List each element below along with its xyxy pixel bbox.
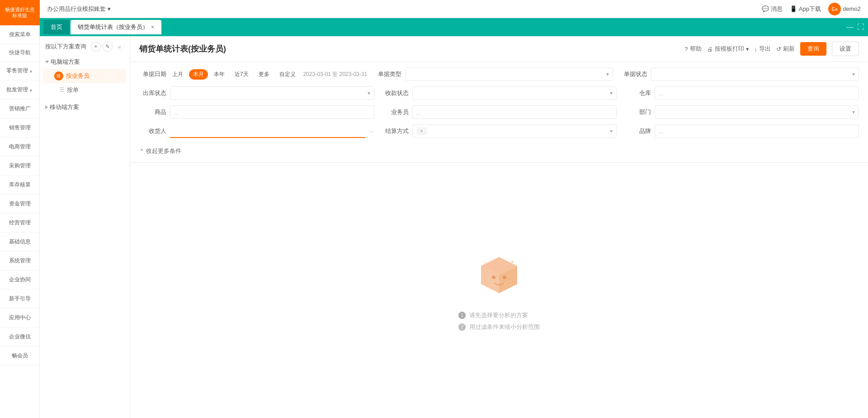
refresh-icon: ↺ xyxy=(776,46,781,52)
doc-type-select[interactable]: ▾ xyxy=(405,67,613,81)
sidebar-item-wholesale[interactable]: 批发管理 ▲ xyxy=(0,81,39,100)
page-header: 销货单统计表(按业务员) ? 帮助 🖨 按模板打印 ▾ ↓ 导出 xyxy=(130,36,868,62)
date-label: 单据日期 xyxy=(139,70,166,78)
scheme-by-salesman-label: 按业务员 xyxy=(66,72,90,80)
collapse-panel-btn[interactable]: « xyxy=(114,42,124,52)
scheme-by-order[interactable]: ⠿ 按单 xyxy=(43,83,126,97)
salesman-select[interactable]: ... xyxy=(412,105,617,119)
sidebar-item-system[interactable]: 系统管理 xyxy=(0,252,39,271)
tab-maximize-btn[interactable]: ⛶ xyxy=(857,23,864,31)
brand-filter: 品牌 ... xyxy=(624,124,859,138)
sidebar-item-enterprise[interactable]: 企业协同 xyxy=(0,271,39,290)
settlement-chevron-icon: ▾ xyxy=(610,128,613,134)
empty-illustration: ✦ ✦ ✦ xyxy=(472,248,526,302)
topbar: 办公用品行业模拟账套 ▾ 💬 消息 📱 App下载 Ea demo2 xyxy=(40,0,868,18)
industry-selector[interactable]: 办公用品行业模拟账套 ▾ xyxy=(47,5,111,13)
this-year-btn[interactable]: 本年 xyxy=(210,69,229,80)
sidebar-item-purchase[interactable]: 采购管理 xyxy=(0,157,39,176)
this-month-btn[interactable]: 本月 xyxy=(189,69,208,80)
payment-status-select[interactable]: ▾ xyxy=(412,86,617,100)
tab-sales-stats[interactable]: 销货单统计表（按业务员） × xyxy=(71,20,161,34)
sidebar-item-basic[interactable]: 基础信息 xyxy=(0,233,39,252)
desktop-scheme-header[interactable]: 电脑端方案 xyxy=(43,55,126,69)
collapse-up-icon: ⌃ xyxy=(139,148,144,155)
sidebar-item-apps[interactable]: 应用中心 xyxy=(0,309,39,328)
goods-select[interactable]: ... xyxy=(170,105,374,119)
topbar-left: 办公用品行业模拟账套 ▾ xyxy=(47,5,111,13)
out-status-chevron-icon: ▾ xyxy=(368,90,370,96)
setting-button[interactable]: 设置 xyxy=(832,42,859,56)
salesman-label: 业务员 xyxy=(382,108,409,116)
edit-scheme-btn[interactable]: ✎ xyxy=(103,42,113,52)
out-status-select[interactable]: ▾ xyxy=(170,86,374,100)
main-content: 办公用品行业模拟账套 ▾ 💬 消息 📱 App下载 Ea demo2 首页 xyxy=(40,0,868,418)
sidebar-item-operation[interactable]: 经营管理 xyxy=(0,214,39,233)
warehouse-select[interactable]: ... xyxy=(655,86,859,100)
mobile-scheme-header[interactable]: 移动端方案 xyxy=(40,100,130,114)
sidebar-item-marketing[interactable]: 营销推广 xyxy=(0,100,39,119)
tab-home[interactable]: 首页 xyxy=(43,20,70,34)
refresh-btn[interactable]: ↺ 刷新 xyxy=(776,45,795,53)
brand-placeholder: ... xyxy=(659,128,664,135)
user-info[interactable]: Ea demo2 xyxy=(828,3,861,15)
empty-hints: 1 请先选择要分析的方案 2 用过滤条件来缩小分析范围 xyxy=(458,309,540,333)
doc-status-chevron-icon: ▾ xyxy=(852,71,855,77)
date-range-display: 2023-03-01 至 2023-03-31 xyxy=(303,71,367,78)
recipient-input[interactable] xyxy=(170,124,365,138)
left-panel-header: 按以下方案查询 + ✎ « xyxy=(40,42,130,55)
page-title: 销货单统计表(按业务员) xyxy=(139,43,226,54)
scheme-by-salesman[interactable]: 按 按业务员 xyxy=(43,69,126,83)
goods-filter: 商品 ... xyxy=(139,105,374,119)
doc-status-select[interactable]: ▾ xyxy=(651,67,859,81)
app-download-btn[interactable]: 📱 App下载 xyxy=(790,5,821,13)
payment-status-chevron-icon: ▾ xyxy=(610,90,613,96)
add-scheme-btn[interactable]: + xyxy=(91,42,101,52)
help-btn[interactable]: ? 帮助 xyxy=(684,45,701,53)
query-button[interactable]: 查询 xyxy=(800,42,826,56)
sidebar-item-finance[interactable]: 资金管理 xyxy=(0,195,39,214)
export-btn[interactable]: ↓ 导出 xyxy=(755,45,771,53)
sidebar-item-sales[interactable]: 销售管理 xyxy=(0,119,39,138)
print-btn[interactable]: 🖨 按模板打印 ▾ xyxy=(707,45,749,53)
collapse-more-conditions-btn[interactable]: ⌃ 收起更多条件 xyxy=(139,143,859,157)
collapse-area: ⌃ 收起更多条件 xyxy=(139,143,859,157)
filter-row-4: 收货人 ··· 结算方式 × ▾ 品牌 xyxy=(139,124,859,138)
tab-minimize-btn[interactable]: — xyxy=(846,23,854,31)
dept-select[interactable]: ▾ xyxy=(655,105,859,119)
doc-type-filter: 单据类型 ▾ xyxy=(374,67,613,81)
help-icon: ? xyxy=(684,46,688,52)
last-month-btn[interactable]: 上月 xyxy=(168,69,187,80)
expand-icon xyxy=(45,61,49,63)
sidebar-item-ecommerce[interactable]: 电商管理 xyxy=(0,138,39,157)
svg-text:✦: ✦ xyxy=(513,277,515,280)
step2-icon: 2 xyxy=(458,323,466,331)
page-actions: ? 帮助 🖨 按模板打印 ▾ ↓ 导出 ↺ 刷新 xyxy=(684,42,859,56)
message-label: 消息 xyxy=(771,5,783,13)
sidebar-item-wechat[interactable]: 企业微信 xyxy=(0,328,39,347)
sidebar-item-inventory[interactable]: 库存核算 xyxy=(0,176,39,195)
phone-icon: 📱 xyxy=(790,5,797,12)
sidebar-search[interactable]: 搜索菜单 xyxy=(0,25,39,44)
sidebar-item-retail[interactable]: 零售管理 ▲ xyxy=(0,62,39,81)
right-panel: 销货单统计表(按业务员) ? 帮助 🖨 按模板打印 ▾ ↓ 导出 xyxy=(130,36,868,418)
settlement-select[interactable]: × ▾ xyxy=(412,124,617,138)
hint2-text: 用过滤条件来缩小分析范围 xyxy=(469,321,540,333)
empty-state: ✦ ✦ ✦ 1 请先选择要分析的方案 2 用过滤条件来缩小分析范围 xyxy=(130,163,868,418)
custom-date-btn[interactable]: 自定义 xyxy=(275,69,300,80)
recipient-dots-icon[interactable]: ··· xyxy=(369,128,374,135)
settlement-tag-close[interactable]: × xyxy=(420,128,423,134)
date-filter-group: 单据日期 上月 本月 本年 近7天 更多 自定义 2023-03-01 至 20… xyxy=(139,69,367,80)
sidebar-quick-nav[interactable]: 快捷导航 xyxy=(0,44,39,62)
tab-close-icon[interactable]: × xyxy=(151,24,154,30)
last7-btn[interactable]: 近7天 xyxy=(231,69,253,80)
goods-label: 商品 xyxy=(139,108,166,116)
sidebar-item-newbie[interactable]: 新手引导 xyxy=(0,290,39,309)
print-icon: 🖨 xyxy=(707,46,713,52)
more-date-btn[interactable]: 更多 xyxy=(255,69,274,80)
svg-point-5 xyxy=(503,276,506,279)
brand-select[interactable]: ... xyxy=(655,124,859,138)
filter-area: 单据日期 上月 本月 本年 近7天 更多 自定义 2023-03-01 至 20… xyxy=(130,62,868,163)
message-btn[interactable]: 💬 消息 xyxy=(762,5,783,13)
print-dropdown-icon: ▾ xyxy=(746,46,749,52)
sidebar-item-member[interactable]: 畅会员 xyxy=(0,347,39,366)
